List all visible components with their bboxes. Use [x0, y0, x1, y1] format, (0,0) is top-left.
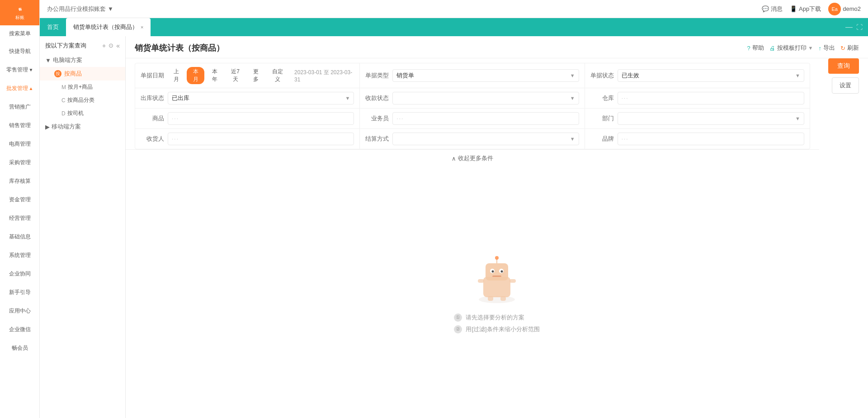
doc-status-value: 已生效 — [622, 71, 795, 80]
tree-subitem-icon-3: D — [61, 110, 66, 117]
hint2-num: ② — [454, 325, 462, 333]
warehouse2-input[interactable]: ··· — [618, 92, 804, 104]
query-button[interactable]: 查询 — [828, 58, 859, 74]
tab-home[interactable]: 首页 — [40, 18, 66, 36]
tree-subitem-month-product-label: 按月+商品 — [68, 83, 93, 91]
sidebar-search[interactable]: 搜索菜单 — [7, 25, 33, 42]
warehouse-label: 出库状态 — [141, 94, 168, 102]
sidebar-item-system[interactable]: 系统管理 — [0, 246, 39, 265]
svg-rect-13 — [509, 279, 516, 283]
collapse-row: ∧ 收起更多条件 — [126, 149, 819, 167]
warehouse-select[interactable]: 已出库 ▼ — [168, 92, 354, 104]
tab-active[interactable]: 销货单统计表（按商品） × — [66, 18, 151, 36]
template-print-btn[interactable]: 🖨 按模板打印 ▼ — [769, 44, 813, 52]
settings-button[interactable]: 设置 — [832, 77, 859, 94]
date-btn-this-month[interactable]: 本月 — [187, 67, 204, 84]
doc-status-select[interactable]: 已生效 ▼ — [618, 69, 804, 82]
date-btn-last-month[interactable]: 上月 — [168, 67, 185, 84]
help-btn[interactable]: ? 帮助 — [747, 44, 764, 52]
sidebar-item-member[interactable]: 畅会员 — [0, 339, 39, 357]
filter-cell-brand: 品牌 ··· — [585, 129, 810, 149]
dept-select[interactable]: ▼ — [618, 112, 804, 125]
tree-section-desktop-arrow: ▼ — [45, 57, 51, 64]
collect-label: 收款状态 — [365, 94, 392, 102]
doc-status-arrow: ▼ — [795, 73, 800, 78]
sidebar-item-purchase[interactable]: 采购管理 — [0, 153, 39, 172]
tree-section-mobile-label: 移动端方案 — [52, 123, 81, 131]
sidebar-item-business[interactable]: 经营管理 — [0, 209, 39, 228]
date-btn-custom[interactable]: 自定义 — [266, 67, 289, 84]
user-btn[interactable]: Ea demo2 — [828, 3, 861, 15]
sidebar-item-appstore[interactable]: 应用中心 — [0, 302, 39, 320]
brand-control: ··· — [618, 133, 804, 145]
salesperson-control: ··· — [392, 112, 579, 125]
product-input[interactable]: ··· — [168, 112, 354, 125]
date-btn-this-year[interactable]: 本年 — [206, 67, 223, 84]
export-btn[interactable]: ↑ 导出 — [819, 44, 835, 52]
topbar: 办公用品行业模拟账套 ▼ 💬 消息 📱 App下载 Ea demo2 — [40, 0, 868, 18]
tab-minimize-icon[interactable]: — — [845, 23, 853, 31]
empty-state: ① 请先选择要分析的方案 ② 用[过滤]条件来缩小分析范围 — [126, 167, 868, 418]
salesperson-input[interactable]: ··· — [392, 112, 579, 125]
receiver-dots: ··· — [172, 136, 179, 142]
collapse-icon: ∧ — [452, 155, 456, 162]
tree-section-desktop-title[interactable]: ▼ 电脑端方案 — [40, 53, 125, 67]
collapse-btn[interactable]: ∧ 收起更多条件 — [452, 152, 493, 165]
message-btn[interactable]: 💬 消息 — [762, 5, 783, 13]
sidebar-item-marketing[interactable]: 营销推广 — [0, 98, 39, 116]
collapse-panel-icon[interactable]: « — [116, 42, 120, 49]
sidebar-item-newbie[interactable]: 新手引导 — [0, 283, 39, 302]
sidebar-item-quick-nav[interactable]: 快捷导航 — [0, 42, 39, 61]
tab-close-icon[interactable]: × — [141, 24, 143, 30]
tree-section-desktop-label: 电脑端方案 — [53, 56, 82, 64]
sidebar-item-corpwechat[interactable]: 企业微信 — [0, 320, 39, 339]
industry-label: 办公用品行业模拟账套 — [47, 5, 106, 13]
tree-section-mobile-title[interactable]: ▶ 移动端方案 — [40, 120, 125, 133]
doc-status-label: 单据状态 — [590, 71, 618, 80]
tree-subitem-driver[interactable]: D 按司机 — [40, 107, 125, 120]
doc-type-select[interactable]: 销货单 ▼ — [392, 69, 579, 82]
filter-cell-warehouse-status: 出库状态 已出库 ▼ — [135, 88, 360, 108]
filter-cell-collect: 收款状态 ▼ — [360, 88, 585, 108]
brand-input[interactable]: ··· — [618, 133, 804, 145]
wholesale-arrow: ▲ — [29, 86, 33, 91]
sidebar-item-basic[interactable]: 基础信息 — [0, 228, 39, 246]
add-scheme-icon[interactable]: + — [102, 42, 106, 49]
date-btn-more[interactable]: 更多 — [247, 67, 264, 84]
sidebar-item-finance[interactable]: 资金管理 — [0, 190, 39, 209]
sidebar-item-enterprise[interactable]: 企业协同 — [0, 265, 39, 283]
sidebar-item-inventory[interactable]: 库存核算 — [0, 172, 39, 190]
date-control: 上月 本月 本年 近7天 更多 自定义 2023-03-01 至 2023-03… — [168, 67, 354, 84]
warehouse-arrow: ▼ — [345, 95, 350, 101]
svg-rect-14 — [488, 296, 493, 301]
refresh-label: 刷新 — [847, 44, 859, 52]
tree-subitem-product-category[interactable]: C 按商品分类 — [40, 94, 125, 107]
tabbar: 首页 销货单统计表（按商品） × — ⛶ — [40, 18, 868, 36]
settle-select[interactable]: ▼ — [392, 133, 579, 145]
left-panel: 按以下方案查询 + ⊙ « ▼ 电脑端方案 按 按商品 M 按月 — [40, 36, 126, 418]
date-btn-7days[interactable]: 近7天 — [225, 67, 245, 84]
edit-scheme-icon[interactable]: ⊙ — [108, 42, 113, 49]
empty-illustration — [470, 252, 524, 306]
sidebar-item-ecommerce[interactable]: 电商管理 — [0, 135, 39, 153]
sidebar-item-wholesale[interactable]: 批发管理▲ — [0, 79, 39, 98]
receiver-input[interactable]: ··· — [168, 133, 354, 145]
filter-query-wrapper: 单据日期 上月 本月 本年 近7天 更多 自定义 — [126, 58, 868, 167]
app-download-btn[interactable]: 📱 App下载 — [790, 5, 821, 13]
sidebar-item-retail[interactable]: 零售管理▼ — [0, 61, 39, 79]
settle-control: ▼ — [392, 133, 579, 145]
industry-selector[interactable]: 办公用品行业模拟账套 ▼ — [47, 5, 113, 13]
page-header: 销货单统计表（按商品） ? 帮助 🖨 按模板打印 ▼ ↑ 导出 — [126, 36, 868, 58]
tab-expand-icon[interactable]: ⛶ — [856, 24, 863, 31]
doc-type-value: 销货单 — [396, 71, 570, 80]
tree-subitem-month-product[interactable]: M 按月+商品 — [40, 81, 125, 94]
mobile-icon: 📱 — [790, 5, 797, 12]
svg-rect-15 — [500, 296, 506, 301]
refresh-btn[interactable]: ↻ 刷新 — [840, 44, 859, 52]
collect-select[interactable]: ▼ — [392, 92, 579, 104]
filter-row-4: 收货人 ··· 结算方式 — [135, 129, 810, 149]
sidebar-item-sales[interactable]: 销售管理 — [0, 116, 39, 135]
tree-item-by-product[interactable]: 按 按商品 — [40, 67, 125, 81]
refresh-icon: ↻ — [840, 45, 845, 52]
date-range-display: 2023-03-01 至 2023-03-31 — [294, 69, 354, 83]
